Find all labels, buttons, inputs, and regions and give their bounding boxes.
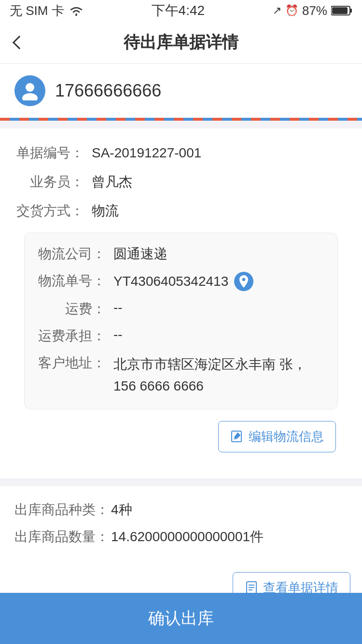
logistics-freight-bearer-row: 运费承担： -- xyxy=(36,327,326,345)
goods-quantity-value: 14.6200000000000001件 xyxy=(111,528,264,546)
logistics-tracking-label: 物流单号： xyxy=(36,272,113,290)
delivery-method-label: 交货方式： xyxy=(14,201,92,221)
status-bar: 无 SIM 卡 下午4:42 ↗ ⏰ 87% xyxy=(0,0,362,21)
logistics-company-label: 物流公司： xyxy=(36,245,113,263)
logistics-address-row: 客户地址： 北京市市辖区海淀区永丰南 张，156 6666 6666 xyxy=(36,354,326,397)
order-no-row: 单据编号： SA-20191227-001 xyxy=(14,143,348,163)
logistics-address-label: 客户地址： xyxy=(36,354,113,372)
status-bar-right: ↗ ⏰ 87% xyxy=(273,3,352,18)
wifi-icon xyxy=(69,5,84,16)
customer-section: 17666666666 xyxy=(0,64,362,118)
logistics-tracking-value: YT43064053424​13 xyxy=(113,272,326,291)
order-no-value: SA-20191227-001 xyxy=(92,143,348,163)
logistics-company-value: 圆通速递 xyxy=(113,245,326,263)
delivery-method-row: 交货方式： 物流 xyxy=(14,201,348,221)
confirm-btn-container[interactable]: 确认出库 xyxy=(0,593,362,644)
edit-logistics-button[interactable]: 编辑物流信息 xyxy=(218,421,336,452)
nav-bar: 待出库单据详情 xyxy=(0,21,362,64)
battery-text: 87% xyxy=(302,3,327,18)
order-info-section: 单据编号： SA-20191227-001 业务员： 曾凡杰 交货方式： 物流 … xyxy=(0,128,362,478)
document-icon xyxy=(245,581,258,594)
svg-rect-1 xyxy=(350,9,352,13)
goods-type-row: 出库商品种类： 4种 xyxy=(14,501,348,519)
goods-quantity-label: 出库商品数量： xyxy=(14,528,111,546)
logistics-card: 物流公司： 圆通速递 物流单号： YT43064053424​13 运费： --… xyxy=(24,233,338,409)
svg-point-4 xyxy=(22,93,38,100)
edit-btn-container: 编辑物流信息 xyxy=(14,421,348,464)
avatar xyxy=(14,75,45,106)
svg-point-3 xyxy=(26,83,34,92)
logistics-company-row: 物流公司： 圆通速递 xyxy=(36,245,326,263)
logistics-tracking-row: 物流单号： YT43064053424​13 xyxy=(36,272,326,291)
goods-quantity-row: 出库商品数量： 14.6200000000000001件 xyxy=(14,528,348,546)
page-title: 待出库单据详情 xyxy=(124,31,238,54)
goods-section: 出库商品种类： 4种 出库商品数量： 14.6200000000000001件 xyxy=(0,486,362,560)
logistics-freight-value: -- xyxy=(113,300,326,315)
location-icon: ↗ xyxy=(273,4,281,17)
section-divider xyxy=(0,478,362,486)
carrier-text: 无 SIM 卡 xyxy=(10,2,64,19)
back-button[interactable] xyxy=(14,38,24,47)
logistics-freight-row: 运费： -- xyxy=(36,300,326,318)
tracking-number-text: YT43064053424​13 xyxy=(113,274,228,289)
tracking-location-icon[interactable] xyxy=(234,272,253,291)
logistics-freight-bearer-label: 运费承担： xyxy=(36,327,113,345)
goods-type-value: 4种 xyxy=(111,501,132,519)
sales-rep-label: 业务员： xyxy=(14,172,92,192)
logistics-address-value: 北京市市辖区海淀区永丰南 张，156 6666 6666 xyxy=(113,354,326,397)
sales-rep-row: 业务员： 曾凡杰 xyxy=(14,172,348,192)
edit-icon xyxy=(230,430,244,443)
order-no-label: 单据编号： xyxy=(14,143,92,163)
logistics-freight-bearer-value: -- xyxy=(113,327,326,342)
status-bar-time: 下午4:42 xyxy=(152,1,205,20)
customer-phone: 17666666666 xyxy=(55,81,161,101)
confirm-btn-label: 确认出库 xyxy=(148,609,214,627)
status-bar-left: 无 SIM 卡 xyxy=(10,2,84,19)
svg-rect-2 xyxy=(332,7,348,14)
logistics-freight-label: 运费： xyxy=(36,300,113,318)
dashed-separator xyxy=(0,118,362,121)
back-chevron-icon xyxy=(13,35,26,49)
battery-icon xyxy=(331,5,352,16)
sales-rep-value: 曾凡杰 xyxy=(92,172,348,192)
goods-type-label: 出库商品种类： xyxy=(14,501,111,519)
person-icon xyxy=(20,81,40,100)
alarm-icon: ⏰ xyxy=(285,4,298,17)
delivery-method-value: 物流 xyxy=(92,201,348,221)
edit-logistics-label: 编辑物流信息 xyxy=(249,428,324,445)
